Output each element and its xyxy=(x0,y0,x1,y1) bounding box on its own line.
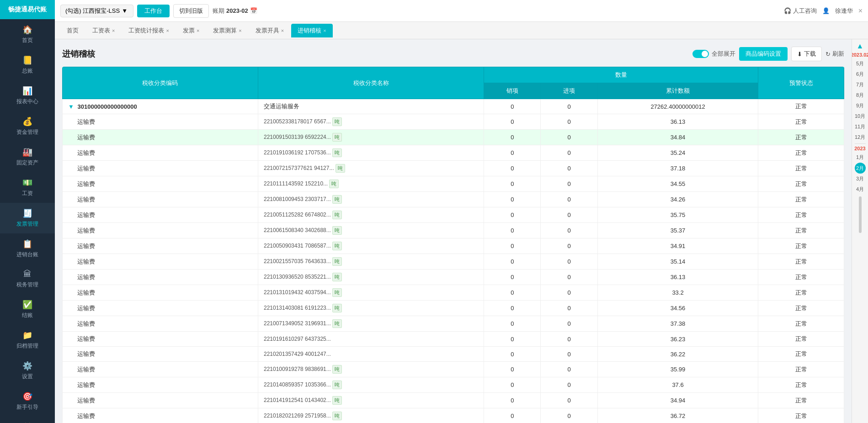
sales-cell: 0 xyxy=(484,377,541,393)
month-7[interactable]: 7月 xyxy=(852,79,868,90)
month-3[interactable]: 3月 xyxy=(852,174,868,184)
table-row[interactable]: 运输费 2210191610297 6437325... 0 0 36.23 正… xyxy=(63,332,844,347)
tab-close-icon[interactable]: × xyxy=(166,28,169,33)
table-row[interactable]: 运输费 2210130936520 8535221... 吨 0 0 36.13… xyxy=(63,270,844,285)
tax-code-cell: 2210182021269 2571958... 吨 xyxy=(258,408,484,423)
table-row[interactable]: 运输费 2210050903431 7086587... 吨 0 0 34.91… xyxy=(63,238,844,254)
tax-code-cell: 2210100919278 9838691... 吨 xyxy=(258,362,484,377)
sidebar-item-member[interactable]: 👑 畅会员 xyxy=(0,417,55,423)
forecast-cell: 正常 xyxy=(758,270,844,285)
table-row[interactable]: 运输费 2210021557035 7643633... 吨 0 0 35.14… xyxy=(63,254,844,270)
table-row[interactable]: 运输费 2210072157377621 94127... 吨 0 0 37.1… xyxy=(63,161,844,176)
calendar-icon[interactable]: 📅 xyxy=(250,7,257,14)
table-row[interactable]: 运输费 2210091503139 6592224... 吨 0 0 34.84… xyxy=(63,130,844,145)
month-5[interactable]: 5月 xyxy=(852,58,868,69)
support-label[interactable]: 🎧 人工咨询 xyxy=(784,7,817,15)
tab-invoice-calc[interactable]: 发票测算 × xyxy=(207,24,248,37)
table-row[interactable]: 运输费 2210100919278 9838691... 吨 0 0 35.99… xyxy=(63,362,844,377)
table-row[interactable]: 运输费 2210191036192 1707536... 吨 0 0 35.24… xyxy=(63,145,844,161)
sidebar-item-settings[interactable]: ⚙️ 设置 xyxy=(0,355,55,386)
month-1[interactable]: 1月 xyxy=(852,152,868,163)
sidebar-item-fixed[interactable]: 🏭 固定资产 xyxy=(0,142,55,172)
sales-cell: 0 xyxy=(484,207,541,223)
tab-close-icon[interactable]: × xyxy=(281,28,284,33)
workspace-button[interactable]: 工作台 xyxy=(137,5,170,17)
sidebar-item-capital[interactable]: 💰 资金管理 xyxy=(0,111,55,142)
table-row[interactable]: ▼ 301000000000000000 交通运输服务 0 0 27262.40… xyxy=(63,99,844,114)
refresh-button[interactable]: ↻ 刷新 xyxy=(825,50,844,58)
switch-version-button[interactable]: 切到旧版 xyxy=(173,4,209,18)
cumulative-cell: 36.72 xyxy=(597,408,758,423)
sidebar-item-invoice[interactable]: 🧾 发票管理 xyxy=(0,203,55,233)
unit-tag: 吨 xyxy=(332,396,342,405)
table-row[interactable]: 运输费 2210141912541 0143402... 吨 0 0 34.94… xyxy=(63,393,844,408)
scroll-up-icon[interactable]: ▲ xyxy=(856,41,865,51)
month-2-active[interactable]: 2月 xyxy=(855,163,866,174)
company-selector[interactable]: (勾选) 江西报宝-LSS ▼ xyxy=(60,5,133,17)
tax-code-cell: 2210091503139 6592224... 吨 xyxy=(258,130,484,145)
table-row[interactable]: 运输费 2210051125282 6674802... 吨 0 0 35.75… xyxy=(63,207,844,223)
table-row[interactable]: 运输费 2210182021269 2571958... 吨 0 0 36.72… xyxy=(63,408,844,423)
tab-home[interactable]: 首页 xyxy=(60,24,85,37)
item-name-cell: 运输费 xyxy=(63,207,258,223)
tab-salary-table[interactable]: 工资表 × xyxy=(86,24,121,37)
month-11[interactable]: 11月 xyxy=(852,122,868,132)
tab-close-icon[interactable]: × xyxy=(239,28,241,33)
user-avatar: 👤 xyxy=(822,7,830,14)
unit-tag: 吨 xyxy=(332,304,342,312)
sidebar-item-tax[interactable]: 🏛 税务管理 xyxy=(0,264,55,294)
item-name-cell: 运输费 xyxy=(63,145,258,161)
tab-sales-audit[interactable]: 进销稽核 × xyxy=(291,24,332,37)
sidebar-item-settlement[interactable]: ✅ 结账 xyxy=(0,294,55,325)
month-12[interactable]: 12月 xyxy=(852,132,868,143)
sidebar-item-sales[interactable]: 📋 进销台账 xyxy=(0,233,55,264)
table-row[interactable]: 运输费 2210111143592 152210... 吨 0 0 34.55 … xyxy=(63,176,844,192)
table-row[interactable]: 运输费 2210061508340 3402688... 吨 0 0 35.37… xyxy=(63,223,844,238)
product-code-settings-button[interactable]: 商品编码设置 xyxy=(739,47,788,61)
forecast-cell: 正常 xyxy=(758,192,844,207)
tab-close-icon[interactable]: × xyxy=(323,28,326,33)
capital-icon: 💰 xyxy=(22,116,32,127)
table-row[interactable]: 运输费 2210081009453 2303717... 吨 0 0 34.26… xyxy=(63,192,844,207)
table-row[interactable]: 运输费 2210140859357 1035366... 吨 0 0 37.6 … xyxy=(63,377,844,393)
expand-icon[interactable]: ▼ xyxy=(68,103,74,110)
sidebar-item-salary[interactable]: 💵 工资 xyxy=(0,172,55,203)
tab-close-icon[interactable]: × xyxy=(197,28,199,33)
toggle-expand[interactable]: 全部展开 xyxy=(692,50,735,58)
tax-code-cell: 2210050903431 7086587... 吨 xyxy=(258,238,484,254)
sidebar-item-ledger[interactable]: 📒 总账 xyxy=(0,50,55,80)
page-body: 进销稽核 全部展开 商品编码设置 ⬇ 下载 ↻ 刷新 xyxy=(55,39,852,423)
table-row[interactable]: 运输费 2210201357429 4001247... 0 0 36.22 正… xyxy=(63,347,844,362)
sidebar-item-report[interactable]: 📊 报表中心 xyxy=(0,80,55,111)
tab-invoice[interactable]: 发票 × xyxy=(176,24,206,37)
unit-tag: 吨 xyxy=(332,288,342,297)
sidebar-item-label: 新手引导 xyxy=(16,403,38,411)
tab-invoice-issue[interactable]: 发票开具 × xyxy=(249,24,290,37)
sales-cell: 0 xyxy=(484,332,541,347)
purchase-cell: 0 xyxy=(541,254,597,270)
table-row[interactable]: 运输费 2210071349052 3196931... 吨 0 0 37.38… xyxy=(63,316,844,332)
tab-salary-report[interactable]: 工资统计报表 × xyxy=(122,24,175,37)
close-icon[interactable]: × xyxy=(858,7,863,15)
month-4[interactable]: 4月 xyxy=(852,184,868,195)
table-row[interactable]: 运输费 2210052338178017 6567... 吨 0 0 36.13… xyxy=(63,114,844,130)
month-6[interactable]: 6月 xyxy=(852,69,868,79)
sidebar-item-archive[interactable]: 📁 归档管理 xyxy=(0,325,55,355)
month-10[interactable]: 10月 xyxy=(852,111,868,122)
col-quantity-group: 数量 xyxy=(484,67,758,83)
unit-tag: 吨 xyxy=(332,257,342,266)
sidebar-item-home[interactable]: 🏠 首页 xyxy=(0,19,55,50)
table-row[interactable]: 运输费 2210131019432 4037594... 吨 0 0 33.2 … xyxy=(63,285,844,301)
curr-year-label: 2023 xyxy=(854,145,865,152)
table-row[interactable]: 运输费 2210131403081 6191223... 吨 0 0 34.56… xyxy=(63,301,844,316)
toggle-switch[interactable] xyxy=(692,50,709,58)
scroll-bar[interactable] xyxy=(859,196,862,233)
unit-tag: 吨 xyxy=(332,226,342,235)
tab-close-icon[interactable]: × xyxy=(112,28,115,33)
download-button[interactable]: ⬇ 下载 xyxy=(791,47,822,61)
purchase-cell: 0 xyxy=(541,393,597,408)
month-9[interactable]: 9月 xyxy=(852,100,868,111)
month-8[interactable]: 8月 xyxy=(852,90,868,100)
sidebar-item-guide[interactable]: 🎯 新手引导 xyxy=(0,386,55,417)
tax-code-cell: 2210191610297 6437325... xyxy=(258,332,484,347)
